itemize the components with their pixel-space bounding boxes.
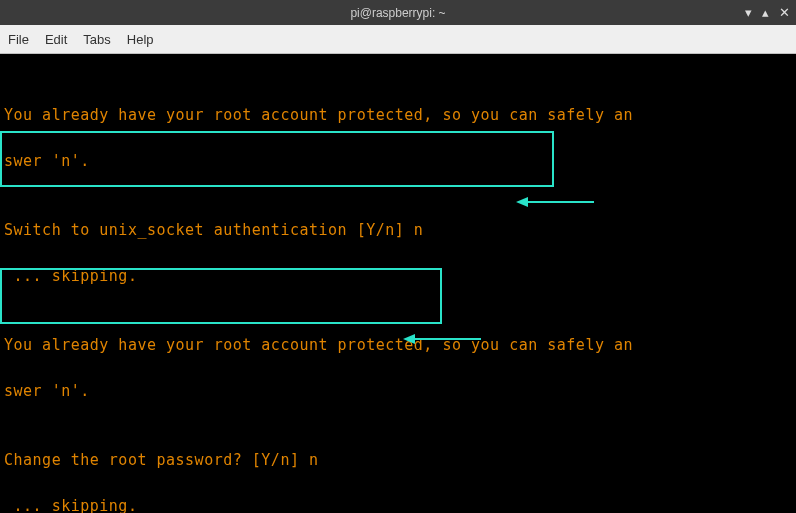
terminal-line: ... skipping.: [4, 265, 792, 288]
menu-file[interactable]: File: [8, 32, 29, 47]
window-controls: ▾ ▴ ✕: [745, 5, 790, 20]
window-titlebar: pi@raspberrypi: ~ ▾ ▴ ✕: [0, 0, 796, 25]
close-icon[interactable]: ✕: [779, 5, 790, 20]
svg-marker-1: [516, 197, 528, 207]
menu-tabs[interactable]: Tabs: [83, 32, 110, 47]
terminal-output: You already have your root account prote…: [0, 54, 796, 513]
menubar: File Edit Tabs Help: [0, 25, 796, 54]
terminal-line: ... skipping.: [4, 495, 792, 513]
minimize-icon[interactable]: ▾: [745, 5, 752, 20]
terminal-line: You already have your root account prote…: [4, 104, 792, 127]
terminal-line: swer 'n'.: [4, 380, 792, 403]
menu-help[interactable]: Help: [127, 32, 154, 47]
terminal-line: swer 'n'.: [4, 150, 792, 173]
terminal-line: Switch to unix_socket authentication [Y/…: [4, 219, 792, 242]
terminal-line: Change the root password? [Y/n] n: [4, 449, 792, 472]
terminal-line: You already have your root account prote…: [4, 334, 792, 357]
menu-edit[interactable]: Edit: [45, 32, 67, 47]
window-title: pi@raspberrypi: ~: [350, 6, 445, 20]
maximize-icon[interactable]: ▴: [762, 5, 769, 20]
